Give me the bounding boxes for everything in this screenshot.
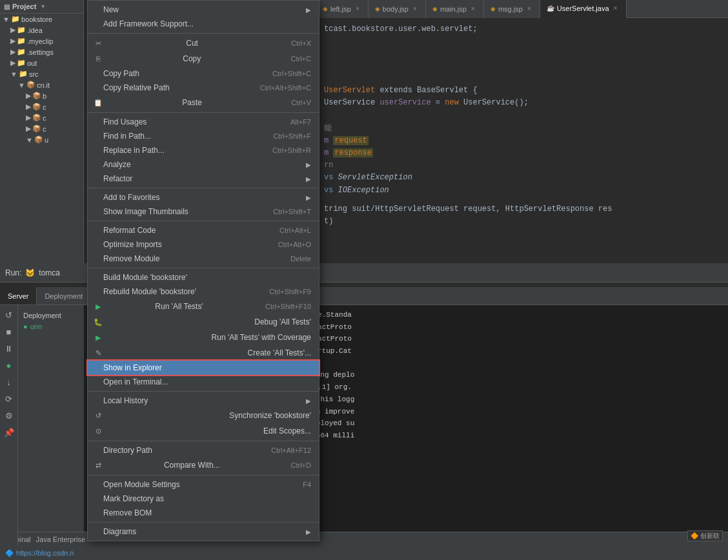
tree-item-settings[interactable]: ▶ 📁 .settings bbox=[0, 46, 83, 57]
menu-label: Reformat Code bbox=[103, 226, 156, 235]
shortcut: Ctrl+Shift+R bbox=[272, 146, 311, 154]
menu-item-optimize[interactable]: Optimize Imports Ctrl+Alt+O bbox=[88, 237, 319, 252]
tab-userservlet-java[interactable]: ☕ UserServlet.java × bbox=[540, 0, 627, 18]
menu-item-run-coverage[interactable]: ▶ Run 'All Tests' with Coverage bbox=[88, 330, 319, 345]
code-editor[interactable]: tcast.bookstore.user.web.servlet; UserSe… bbox=[316, 18, 728, 263]
tree-item-c1[interactable]: ▶ 📦 c bbox=[0, 101, 83, 112]
refresh-btn[interactable]: ⟳ bbox=[2, 392, 16, 406]
tree-item-c2[interactable]: ▶ 📦 c bbox=[0, 112, 83, 123]
menu-item-remove-module[interactable]: Remove Module Delete bbox=[88, 252, 319, 266]
tab-close-btn[interactable]: × bbox=[469, 5, 477, 13]
menu-item-dir-path[interactable]: Directory Path Ctrl+Alt+F12 bbox=[88, 443, 319, 457]
tab-main-jsp[interactable]: ◈ main.jsp × bbox=[426, 0, 484, 18]
status-bar: 🔷 https://blog.csdn.n bbox=[0, 546, 728, 560]
code-line-throws2: vs IOException bbox=[324, 185, 720, 197]
tab-left-jsp[interactable]: ◈ left.jsp × bbox=[316, 0, 369, 18]
menu-item-local-history[interactable]: Local History ▶ bbox=[88, 394, 319, 408]
tree-item-idea[interactable]: ▶ 📁 .idea bbox=[0, 25, 83, 35]
menu-item-diagrams[interactable]: Diagrams ▶ bbox=[88, 525, 319, 539]
menu-item-build[interactable]: Build Module 'bookstore' bbox=[88, 270, 319, 285]
menu-item-rebuild[interactable]: Rebuild Module 'bookstore' Ctrl+Shift+F9 bbox=[88, 285, 319, 299]
menu-item-open-terminal[interactable]: Open in Terminal... bbox=[88, 375, 319, 389]
menu-item-synchronize[interactable]: ↺ Synchronize 'bookstore' bbox=[88, 408, 319, 423]
menu-item-new[interactable]: New ▶ bbox=[88, 3, 319, 17]
server-tab-deployment[interactable]: Deployment bbox=[37, 287, 91, 305]
tab-close-btn[interactable]: × bbox=[525, 5, 533, 13]
tab-close-btn[interactable]: × bbox=[612, 5, 620, 12]
tree-item-src[interactable]: ▼ 📁 src bbox=[0, 68, 83, 79]
menu-label: Edit Scopes... bbox=[263, 426, 311, 435]
menu-item-show-thumbnails[interactable]: Show Image Thumbnails Ctrl+Shift+T bbox=[88, 205, 319, 219]
folder-icon: 📦 bbox=[26, 81, 35, 89]
menu-item-analyze[interactable]: Analyze ▶ bbox=[88, 157, 319, 172]
tab-body-jsp[interactable]: ◈ body.jsp × bbox=[369, 0, 426, 18]
menu-label: Analyze bbox=[103, 160, 131, 169]
code-line-field: UserService userService = new UserServic… bbox=[324, 97, 720, 109]
sidebar: ▤ Project ▼ ▼ 📁 bookstore ▶ 📁 .idea ▶ 📁 … bbox=[0, 0, 84, 263]
menu-item-edit-scopes[interactable]: ⊙ Edit Scopes... bbox=[88, 423, 319, 439]
menu-item-replace-path[interactable]: Replace in Path... Ctrl+Shift+R bbox=[88, 143, 319, 157]
item-label: .myeclip bbox=[27, 37, 53, 45]
menu-item-run-tests[interactable]: ▶ Run 'All Tests' Ctrl+Shift+F10 bbox=[88, 299, 319, 314]
tab-close-btn[interactable]: × bbox=[411, 5, 419, 13]
menu-item-add-favorites[interactable]: Add to Favorites ▶ bbox=[88, 190, 319, 205]
tab-close-btn[interactable]: × bbox=[354, 5, 361, 13]
code-line-params: m request bbox=[324, 135, 720, 147]
folder-icon: 📦 bbox=[34, 135, 43, 144]
menu-item-refactor[interactable]: Refactor ▶ bbox=[88, 172, 319, 186]
tree-item-u[interactable]: ▼ 📦 u bbox=[0, 134, 83, 145]
status-url: 🔷 https://blog.csdn.n bbox=[5, 549, 74, 557]
tab-label: body.jsp bbox=[383, 5, 409, 13]
menu-item-module-settings[interactable]: Open Module Settings F4 bbox=[88, 477, 319, 492]
shortcut: Ctrl+X bbox=[291, 39, 311, 47]
menu-item-mark-dir[interactable]: Mark Directory as bbox=[88, 492, 319, 506]
green-dot: ● bbox=[23, 323, 28, 330]
tree-item-bookstore[interactable]: ▼ 📁 bookstore bbox=[0, 14, 83, 25]
shortcut: F4 bbox=[303, 481, 311, 488]
scroll-btn[interactable]: ↓ bbox=[2, 375, 16, 389]
menu-label: Find in Path... bbox=[103, 132, 151, 141]
code-line-rn: rn bbox=[324, 159, 720, 172]
server-tab-server[interactable]: Server bbox=[0, 287, 37, 305]
menu-label: Show in Explorer bbox=[103, 363, 162, 372]
expand-icon: ▶ bbox=[10, 48, 15, 56]
tab-bar: ◈ left.jsp × ◈ body.jsp × ◈ main.jsp × ◈… bbox=[316, 0, 728, 18]
menu-item-find-path[interactable]: Find in Path... Ctrl+Shift+F bbox=[88, 129, 319, 143]
menu-item-cut[interactable]: ✂ Cut Ctrl+X bbox=[88, 35, 319, 51]
menu-item-copy-path[interactable]: Copy Path Ctrl+Shift+C bbox=[88, 66, 319, 81]
menu-label: Open in Terminal... bbox=[103, 377, 168, 386]
tree-item-b[interactable]: ▶ 📦 b bbox=[0, 90, 83, 101]
code-line-params2: m response bbox=[324, 147, 720, 159]
stop-btn[interactable]: ■ bbox=[2, 325, 16, 339]
tree-item-out[interactable]: ▶ 📁 out bbox=[0, 57, 83, 68]
pause-btn[interactable]: ⏸ bbox=[2, 341, 16, 355]
tree-item-cn[interactable]: ▼ 📦 cn.it bbox=[0, 79, 83, 90]
settings-btn[interactable]: ⚙ bbox=[2, 408, 16, 423]
menu-item-show-explorer[interactable]: Show in Explorer bbox=[88, 361, 319, 375]
menu-item-add-framework[interactable]: Add Framework Support... bbox=[88, 17, 319, 31]
menu-item-find-usages[interactable]: Find Usages Alt+F7 bbox=[88, 115, 319, 129]
resume-btn[interactable]: ● bbox=[2, 358, 16, 372]
pin-btn[interactable]: 📌 bbox=[2, 425, 16, 439]
menu-item-copy-relative[interactable]: Copy Relative Path Ctrl+Alt+Shift+C bbox=[88, 81, 319, 95]
run-icon: 🐱 bbox=[25, 268, 35, 277]
tab-msg-jsp[interactable]: ◈ msg.jsp × bbox=[484, 0, 540, 18]
menu-item-reformat[interactable]: Reformat Code Ctrl+Alt+L bbox=[88, 223, 319, 237]
folder-icon: 📁 bbox=[19, 70, 28, 78]
menu-label: Show Image Thumbnails bbox=[103, 207, 188, 216]
dropdown-icon[interactable]: ▼ bbox=[40, 3, 46, 10]
tree-item-myeclip[interactable]: ▶ 📁 .myeclip bbox=[0, 35, 83, 46]
menu-item-compare[interactable]: ⇄ Compare With... Ctrl+D bbox=[88, 457, 319, 473]
restart-btn[interactable]: ↺ bbox=[2, 308, 16, 322]
menu-item-create-tests[interactable]: ✎ Create 'All Tests'... bbox=[88, 345, 319, 361]
java-enterprise-label[interactable]: Java Enterprise bbox=[36, 535, 85, 543]
menu-item-debug-tests[interactable]: 🐛 Debug 'All Tests' bbox=[88, 314, 319, 330]
menu-item-paste[interactable]: 📋 Paste Ctrl+V bbox=[88, 95, 319, 110]
menu-label: Run 'All Tests' with Coverage bbox=[212, 333, 311, 342]
item-label: c bbox=[43, 103, 46, 111]
tree-item-c3[interactable]: ▶ 📦 c bbox=[0, 123, 83, 134]
menu-separator bbox=[88, 268, 319, 268]
menu-item-copy[interactable]: ⎘ Copy Ctrl+C bbox=[88, 51, 319, 66]
menu-item-remove-bom[interactable]: Remove BOM bbox=[88, 506, 319, 520]
shortcut: Delete bbox=[290, 255, 311, 263]
